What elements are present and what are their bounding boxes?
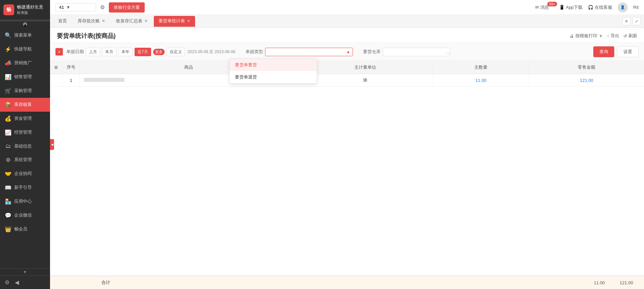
tab-order-summary[interactable]: 要货单统计表 ✕ <box>154 16 195 27</box>
table-amount-th: 零售金额 <box>529 61 644 74</box>
company-chevron-icon: ▼ <box>66 5 70 10</box>
query-button[interactable]: 查询 <box>593 46 614 57</box>
sidebar-item-basics[interactable]: 🗂 基础信息 <box>0 139 50 153</box>
warehouse-dots-icon[interactable]: … <box>446 49 451 55</box>
sales-icon: 📊 <box>5 74 11 80</box>
main-content: 41 ▼ ⚙ 体验行业方案 ✉ 消息 99+ 📱 App下载 🎧 在线客服 👤 … <box>50 0 644 289</box>
sidebar-item-operations[interactable]: 📈 经营管理 <box>0 126 50 139</box>
table-footer: 合计 11.00 121.00 <box>50 275 644 289</box>
print-button[interactable]: 🖨 按模板打印 ▼ <box>570 33 603 39</box>
warehouse-filter-input[interactable] <box>383 48 450 56</box>
type-input-wrapper: ▲ <box>265 48 353 56</box>
settings-button[interactable]: 设置 <box>617 46 639 57</box>
promo-button[interactable]: 体验行业方案 <box>109 2 145 13</box>
company-selector[interactable]: 41 ▼ <box>55 3 96 12</box>
scroll-down-btn[interactable]: ▼ <box>0 270 50 274</box>
date-custom-btn[interactable]: 自定义 <box>167 48 185 56</box>
wecom-icon: 💬 <box>5 212 11 219</box>
dropdown-item-order-return[interactable]: 要货单退货 <box>230 71 317 83</box>
phone-icon: 📱 <box>559 5 565 10</box>
table-settings-th[interactable]: ⚙ <box>50 61 63 74</box>
user-avatar-img: 👤 <box>620 5 625 9</box>
page-title: 要货单统计表(按商品) <box>57 32 116 40</box>
marketing-icon: 📣 <box>5 60 11 66</box>
app-download-btn[interactable]: 📱 App下载 <box>559 4 582 10</box>
basics-icon: 🗂 <box>5 143 11 149</box>
sidebar-item-quicknav[interactable]: ⚡ 快捷导航 <box>0 42 50 56</box>
filter-expand-btn[interactable]: » <box>55 48 63 55</box>
type-dropdown: 要货单要货 要货单退货 <box>229 59 317 84</box>
online-service-btn[interactable]: 🎧 在线客服 <box>588 4 612 10</box>
guide-icon: 📖 <box>5 184 11 191</box>
refresh-icon: ↺ <box>623 34 627 39</box>
footer-quantity-val: 11.00 <box>586 280 613 285</box>
sidebar-item-sales[interactable]: 📊 销售管理 <box>0 70 50 84</box>
filter-bar: » 单据日期 上月 本月 本年 近7天 更多 自定义 2023-05-06 至 … <box>50 43 644 61</box>
sidebar-nav: 🔍 搜索菜单 ⚡ 快捷导航 📣 营销推广 📊 销售管理 🛒 采购管理 📦 库存核… <box>0 28 50 268</box>
sidebar-item-marketing[interactable]: 📣 营销推广 <box>0 56 50 70</box>
table-unit-th: 主计量单位 <box>297 61 433 74</box>
row-quantity-cell: 11.00 <box>433 74 529 87</box>
date-this-year-btn[interactable]: 本年 <box>118 48 133 56</box>
sidebar-item-search[interactable]: 🔍 搜索菜单 <box>0 28 50 42</box>
row-settings-cell <box>50 74 63 87</box>
user-name: Rit <box>633 5 639 10</box>
tab-inventory-batch[interactable]: 库存批次账 ✕ <box>73 16 110 27</box>
inventory-icon: 📦 <box>5 102 11 108</box>
type-filter-chevron-icon[interactable]: ▲ <box>346 49 350 54</box>
sidebar-item-guide[interactable]: 📖 新手引导 <box>0 181 50 195</box>
dropdown-item-order-goods[interactable]: 要货单要货 <box>230 59 317 71</box>
topbar: 41 ▼ ⚙ 体验行业方案 ✉ 消息 99+ 📱 App下载 🎧 在线客服 👤 … <box>50 0 644 15</box>
export-button[interactable]: ↑ 导出 <box>607 33 620 39</box>
sidebar-item-finance[interactable]: 💰 资金管理 <box>0 112 50 126</box>
tab-expand-btn[interactable]: ⤢ <box>633 17 641 25</box>
data-table: ⚙ 序号 商品 主计量单位 主数量 零售金额 1 <box>50 61 644 87</box>
footer-amount-val: 121.00 <box>613 280 640 285</box>
date-last-month-btn[interactable]: 上月 <box>86 48 100 56</box>
collapse-footer-btn[interactable]: ◀ <box>15 279 19 286</box>
tab-collect-summary[interactable]: 收发存汇总表 ✕ <box>111 16 152 27</box>
sidebar-logo: 畅 畅捷通好生意 标准版 <box>0 0 50 20</box>
settings-footer-btn[interactable]: ⚙ <box>5 279 9 286</box>
sidebar-footer: ⚙ ◀ <box>0 275 50 289</box>
topbar-settings-icon[interactable]: ⚙ <box>100 4 105 10</box>
sidebar-item-appstore[interactable]: 🏪 应用中心 <box>0 195 50 208</box>
sidebar-item-member[interactable]: 👑 畅会员 <box>0 222 50 236</box>
type-filter-label: 单据类型 <box>245 49 263 55</box>
scroll-up-btn[interactable]: ▲ <box>23 22 27 26</box>
search-icon: 🔍 <box>5 32 11 39</box>
row-amount-link[interactable]: 121.00 <box>580 78 593 83</box>
sidebar-item-wecom[interactable]: 💬 企业微信 <box>0 208 50 222</box>
row-quantity-link[interactable]: 11.00 <box>475 78 486 83</box>
date-more-badge[interactable]: 更多 <box>153 49 165 55</box>
date-7days-btn[interactable]: 近7天 <box>135 48 151 56</box>
tab-close-all-btn[interactable]: ✕ <box>622 17 630 25</box>
avatar[interactable]: 👤 <box>618 2 628 13</box>
messages-btn[interactable]: ✉ 消息 99+ <box>535 4 554 10</box>
tab-close-order-summary[interactable]: ✕ <box>187 19 190 23</box>
type-filter-input[interactable] <box>265 48 353 56</box>
sidebar-item-system[interactable]: ⚙ 系统管理 <box>0 153 50 167</box>
table-row: 1 块 11.00 121.00 <box>50 74 644 87</box>
refresh-button[interactable]: ↺ 刷新 <box>623 33 637 39</box>
row-amount-cell: 121.00 <box>529 74 644 87</box>
row-seq-cell: 1 <box>63 74 80 87</box>
tab-close-inventory-batch[interactable]: ✕ <box>102 19 105 23</box>
sidebar-item-purchase[interactable]: 🛒 采购管理 <box>0 84 50 98</box>
logo-text: 畅捷通好生意 标准版 <box>17 4 43 16</box>
tab-home[interactable]: 首页 <box>53 16 72 27</box>
tabbar: 首页 库存批次账 ✕ 收发存汇总表 ✕ 要货单统计表 ✕ ✕ ⤢ <box>50 15 644 28</box>
warehouse-filter-label: 要货仓库 <box>363 49 381 55</box>
system-icon: ⚙ <box>5 157 11 163</box>
page-header-actions: 🖨 按模板打印 ▼ ↑ 导出 ↺ 刷新 <box>570 33 637 39</box>
appstore-icon: 🏪 <box>5 198 11 205</box>
sidebar-item-inventory[interactable]: 📦 库存核算 <box>0 98 50 112</box>
messages-badge: 99+ <box>547 2 557 6</box>
date-range-text: 2023-05-06 至 2023-06-06 <box>188 49 235 55</box>
tab-close-collect-summary[interactable]: ✕ <box>144 19 148 23</box>
sidebar-toggle-btn[interactable]: ◀ <box>50 139 54 150</box>
date-this-month-btn[interactable]: 本月 <box>102 48 116 56</box>
date-filter-group: 单据日期 上月 本月 本年 近7天 更多 自定义 2023-05-06 至 20… <box>66 48 235 56</box>
table-quantity-th: 主数量 <box>433 61 529 74</box>
sidebar-item-enterprise[interactable]: 🤝 企业协同 <box>0 167 50 181</box>
